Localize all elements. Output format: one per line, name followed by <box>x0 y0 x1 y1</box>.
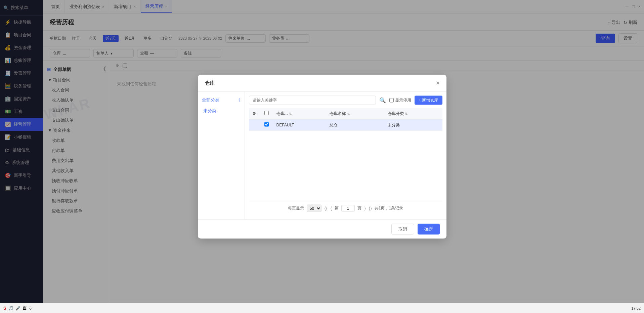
modal-left-panel: 全部分类 《 未分类 <box>198 91 245 219</box>
taskbar-icon2[interactable]: 🎤 <box>15 306 20 311</box>
modal-search-icon[interactable]: 🔍 <box>379 97 386 103</box>
warehouse-modal: 仓库 × 全部分类 《 未分类 🔍 显示停用 + 新增仓库 <box>198 75 446 238</box>
warehouse-search-input[interactable] <box>249 96 376 105</box>
add-warehouse-button[interactable]: + 新增仓库 <box>415 95 442 105</box>
modal-first-page[interactable]: ⟨⟨ <box>324 205 328 211</box>
taskbar-icon3[interactable]: 🖼 <box>23 306 27 311</box>
taskbar: S 🎵 🎤 🖼 🛡 17:52 <box>0 303 644 313</box>
row-name: 总仓 <box>326 119 384 131</box>
modal-pagination: 每页显示 50 ⟨⟨ ⟨ 第 页 ⟩ ⟩⟩ 共1页，1条记录 <box>249 201 442 215</box>
modal-last-page[interactable]: ⟩⟩ <box>369 205 372 211</box>
modal-title: 仓库 <box>205 80 215 86</box>
col-code-sort[interactable]: ⇅ <box>289 112 292 115</box>
col-name: 仓库名称 ⇅ <box>326 108 384 119</box>
warehouse-table: ⚙ 仓库... ⇅ 仓库名称 ⇅ 仓库分类 <box>249 108 442 201</box>
col-settings: ⚙ <box>249 108 261 119</box>
modal-next-page[interactable]: ⟩ <box>364 205 366 211</box>
col-checkbox <box>261 108 273 119</box>
taskbar-icons: S 🎵 🎤 🖼 🛡 <box>3 306 33 311</box>
confirm-button[interactable]: 确定 <box>418 224 440 234</box>
row-checkbox[interactable] <box>261 119 273 131</box>
modal-total: 共1页，1条记录 <box>375 205 403 211</box>
modal-page-input[interactable] <box>341 205 355 211</box>
modal-actions: 取消 确定 <box>198 219 446 238</box>
col-category-sort[interactable]: ⇅ <box>405 112 407 115</box>
row-category: 未分类 <box>384 119 442 131</box>
taskbar-time: 17:52 <box>631 306 641 310</box>
modal-collapse-icon[interactable]: 《 <box>236 97 241 103</box>
modal-header: 仓库 × <box>198 75 446 91</box>
modal-category-uncategorized[interactable]: 未分类 <box>198 105 245 116</box>
row-settings <box>249 119 261 131</box>
modal-body: 全部分类 《 未分类 🔍 显示停用 + 新增仓库 <box>198 91 446 219</box>
table-select-all[interactable] <box>264 111 269 115</box>
col-category: 仓库分类 ⇅ <box>384 108 442 119</box>
taskbar-icon4[interactable]: 🛡 <box>29 306 33 311</box>
taskbar-start-icon[interactable]: S <box>3 306 6 311</box>
col-code: 仓库... ⇅ <box>273 108 327 119</box>
cancel-button[interactable]: 取消 <box>391 224 414 234</box>
row-code: DEFAULT <box>273 119 327 131</box>
all-categories-label: 全部分类 <box>202 97 219 103</box>
modal-right-panel: 🔍 显示停用 + 新增仓库 ⚙ 仓库... <box>245 91 446 219</box>
modal-close-button[interactable]: × <box>436 79 440 86</box>
modal-search-bar: 🔍 显示停用 + 新增仓库 <box>249 95 442 105</box>
modal-all-categories[interactable]: 全部分类 《 <box>198 95 245 105</box>
table-row[interactable]: DEFAULT 总仓 未分类 <box>249 119 442 131</box>
col-name-sort[interactable]: ⇅ <box>347 112 350 115</box>
modal-prev-page[interactable]: ⟨ <box>330 205 332 211</box>
show-disabled-checkbox[interactable] <box>389 98 394 102</box>
show-disabled-label[interactable]: 显示停用 <box>389 97 411 103</box>
taskbar-icon1[interactable]: 🎵 <box>8 306 13 311</box>
modal-page-size-select[interactable]: 50 <box>307 204 321 212</box>
